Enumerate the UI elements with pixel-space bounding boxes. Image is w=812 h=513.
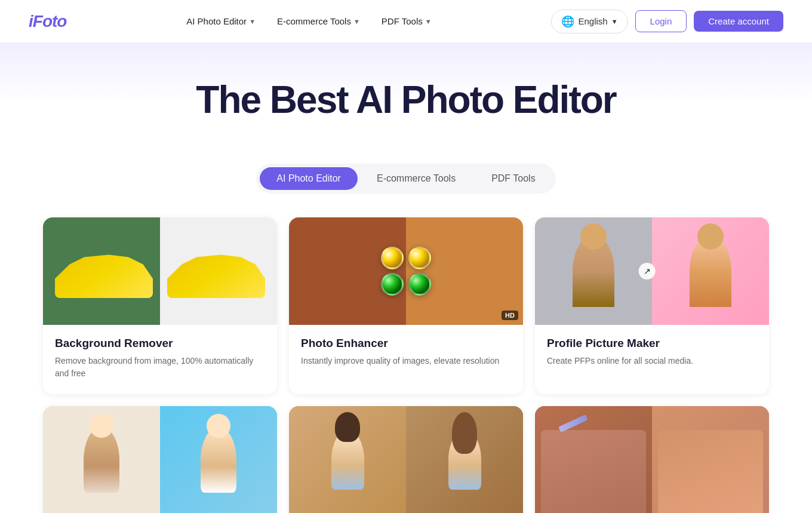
- jewel-group-right: [408, 247, 431, 296]
- hero-section: The Best AI Photo Editor: [0, 43, 812, 145]
- nav-pdf-tools-chevron: ▼: [425, 18, 432, 25]
- nav-ai-photo-editor-chevron: ▼: [249, 18, 256, 25]
- card-ai-hairstyle[interactable]: AI Hairstyle: [289, 406, 523, 513]
- card-profile-image: ↗: [535, 217, 769, 325]
- card-enhancer-title: Photo Enhancer: [301, 337, 511, 350]
- nav-ai-photo-editor-label: AI Photo Editor: [186, 16, 247, 26]
- card-profile-picture-maker[interactable]: ↗ Profile Picture Maker Create PFPs onli…: [535, 217, 769, 394]
- nav-ecommerce-tools-label: E-commerce Tools: [277, 16, 351, 26]
- card-enhancer-content: Photo Enhancer Instantly improve quality…: [289, 325, 523, 382]
- profile-person-right: [690, 235, 731, 307]
- nav-ecommerce-tools[interactable]: E-commerce Tools ▼: [269, 11, 368, 31]
- cards-section: Background Remover Remove background fro…: [0, 217, 812, 513]
- passport-person-right: [201, 427, 236, 493]
- card-profile-desc: Create PFPs online for all social media.: [547, 355, 757, 367]
- nav-ai-photo-editor[interactable]: AI Photo Editor ▼: [178, 11, 264, 31]
- profile-person-left: [573, 235, 614, 307]
- jewel-1: [381, 247, 404, 269]
- tabs-container: AI Photo Editor E-commerce Tools PDF Too…: [0, 164, 812, 193]
- card-bg-remover-image: [43, 217, 277, 325]
- passport-person-left: [84, 427, 119, 493]
- header-right: 🌐 English ▼ Login Create account: [551, 10, 783, 33]
- card-photo-enhancer[interactable]: HD Photo Enhancer Instantly improve qual…: [289, 217, 523, 394]
- create-account-button[interactable]: Create account: [694, 11, 783, 32]
- hairstyle-person-right: [448, 430, 481, 490]
- jacket-right: [658, 430, 763, 513]
- tab-ecommerce-tools[interactable]: E-commerce Tools: [360, 167, 472, 190]
- logo[interactable]: iFoto: [29, 12, 66, 31]
- jewel-2: [381, 273, 404, 296]
- login-button[interactable]: Login: [635, 10, 687, 32]
- jewel-3: [408, 247, 431, 269]
- card-profile-content: Profile Picture Maker Create PFPs online…: [535, 325, 769, 382]
- tab-ai-photo-editor[interactable]: AI Photo Editor: [260, 167, 358, 190]
- passport-half-right: [160, 406, 277, 513]
- language-chevron-icon: ▼: [611, 18, 618, 25]
- jacket-left: [541, 430, 646, 513]
- hairstyle-half-left: [289, 406, 406, 513]
- card-bg-remover-content: Background Remover Remove background fro…: [43, 325, 277, 394]
- header: iFoto AI Photo Editor ▼ E-commerce Tools…: [0, 0, 812, 43]
- nav-pdf-tools[interactable]: PDF Tools ▼: [373, 11, 440, 31]
- jewel-group-left: [381, 247, 404, 296]
- hairstyle-half-right: [406, 406, 523, 513]
- card-enhancer-desc: Instantly improve quality of images, ele…: [301, 355, 511, 367]
- card-passport-photo-maker[interactable]: Passport Photo Maker: [43, 406, 277, 513]
- card-cleanup-pictures[interactable]: Cleanup Pictures: [535, 406, 769, 513]
- nav-pdf-tools-label: PDF Tools: [382, 16, 423, 26]
- hairstyle-person-left: [331, 430, 364, 490]
- profile-half-right: ↗: [652, 217, 769, 325]
- card-background-remover[interactable]: Background Remover Remove background fro…: [43, 217, 277, 394]
- tab-pdf-tools[interactable]: PDF Tools: [475, 167, 552, 190]
- hd-badge: HD: [502, 311, 518, 320]
- card-passport-image: [43, 406, 277, 513]
- card-profile-title: Profile Picture Maker: [547, 337, 757, 350]
- cleanup-half-right: [652, 406, 769, 513]
- nav-ecommerce-tools-chevron: ▼: [353, 18, 360, 25]
- language-selector[interactable]: 🌐 English ▼: [551, 10, 628, 33]
- cards-grid: Background Remover Remove background fro…: [43, 217, 769, 513]
- passport-half-left: [43, 406, 160, 513]
- profile-half-left: [535, 217, 652, 325]
- globe-icon: 🌐: [561, 15, 574, 28]
- card-bg-remover-desc: Remove background from image, 100% autom…: [55, 355, 265, 380]
- language-label: English: [578, 16, 607, 26]
- jewel-4: [408, 273, 431, 296]
- card-cleanup-image: [535, 406, 769, 513]
- share-icon: ↗: [639, 263, 656, 279]
- card-enhancer-image: HD: [289, 217, 523, 325]
- main-nav: AI Photo Editor ▼ E-commerce Tools ▼ PDF…: [178, 11, 439, 31]
- card-bg-remover-title: Background Remover: [55, 337, 265, 350]
- cleanup-half-left: [535, 406, 652, 513]
- hero-title: The Best AI Photo Editor: [29, 79, 783, 121]
- card-hairstyle-image: [289, 406, 523, 513]
- category-tabs: AI Photo Editor E-commerce Tools PDF Too…: [256, 164, 555, 193]
